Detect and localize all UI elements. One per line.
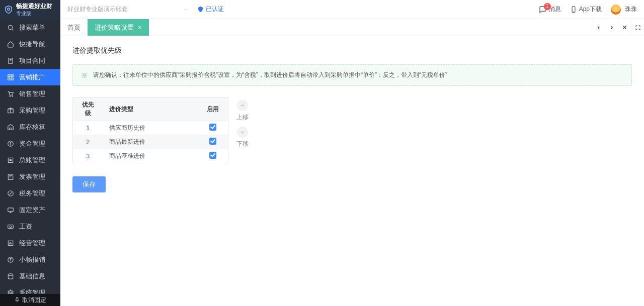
tab-close-all-button[interactable] xyxy=(618,19,631,36)
svg-point-8 xyxy=(12,96,13,96)
enable-checkbox[interactable] xyxy=(209,124,216,131)
move-down-button[interactable] xyxy=(237,127,248,138)
tab-home[interactable]: 首页 xyxy=(60,19,88,36)
warehouse-icon xyxy=(7,124,14,131)
cert-label: 已认证 xyxy=(206,5,224,14)
sidebar-pin-label: 取消固定 xyxy=(22,296,46,304)
priority-table: 优先级 进价类型 启用 1 供应商历史价 2 商品最新进价 3 xyxy=(72,97,228,163)
sidebar-item-search[interactable]: 搜索菜单 xyxy=(0,19,60,36)
app-download-label: App下载 xyxy=(579,5,602,14)
coin-icon xyxy=(7,140,14,147)
pin-icon xyxy=(14,297,20,303)
doc-icon xyxy=(7,57,14,64)
svg-point-1 xyxy=(8,25,12,29)
topbar: 好业财专业版演示账套 已认证 消息 1 App下载 珠珠 xyxy=(60,0,644,19)
table-row[interactable]: 1 供应商历史价 xyxy=(73,121,228,135)
page-content: 进价提取优先级 请您确认：往来单位中的供应商“采购报价含税”设置，为“含税”，取… xyxy=(60,36,644,306)
user-name: 珠珠 xyxy=(625,5,637,14)
sidebar-item-label: 系统管理 xyxy=(19,288,45,294)
info-alert: 请您确认：往来单位中的供应商“采购报价含税”设置，为“含税”，取到进价后将自动带… xyxy=(72,64,632,86)
table-row[interactable]: 2 商品最新进价 xyxy=(73,135,228,149)
sidebar-item-label: 经营管理 xyxy=(19,239,45,248)
tax-icon xyxy=(7,190,14,197)
sidebar-item-label: 快捷导航 xyxy=(19,40,45,49)
move-up-button[interactable] xyxy=(237,100,248,111)
chevron-up-icon xyxy=(240,103,245,108)
save-button[interactable]: 保存 xyxy=(72,176,106,192)
svg-point-16 xyxy=(10,226,12,228)
sidebar-item-system[interactable]: 系统管理 xyxy=(0,284,60,294)
sidebar-item-label: 库存核算 xyxy=(19,123,45,132)
tab-next-button[interactable] xyxy=(605,19,618,36)
tab-controls xyxy=(592,19,644,36)
cell-type: 商品最新进价 xyxy=(103,135,198,149)
sidebar-pin-toggle[interactable]: 取消固定 xyxy=(0,294,60,306)
enable-checkbox[interactable] xyxy=(209,152,216,159)
chevron-down-icon xyxy=(240,130,245,135)
sidebar-item-label: 营销推广 xyxy=(19,73,45,82)
close-icon xyxy=(622,25,627,30)
db-icon xyxy=(7,273,14,280)
col-enabled: 启用 xyxy=(198,97,228,121)
sidebar-item-funds[interactable]: 资金管理 xyxy=(0,135,60,152)
shield-icon xyxy=(197,6,204,13)
tab-label: 首页 xyxy=(67,23,80,32)
app-download-button[interactable]: App下载 xyxy=(570,5,602,14)
svg-point-0 xyxy=(8,8,10,11)
tab-prev-button[interactable] xyxy=(592,19,605,36)
sidebar-item-basics[interactable]: 基础信息 xyxy=(0,268,60,284)
sidebar-item-label: 资金管理 xyxy=(19,139,45,148)
cell-type: 供应商历史价 xyxy=(103,121,198,135)
enable-checkbox[interactable] xyxy=(209,138,216,145)
salary-icon xyxy=(7,223,14,230)
messages-count-badge: 1 xyxy=(544,3,551,10)
sidebar-item-marketing[interactable]: 营销推广 xyxy=(0,69,60,85)
sidebar-item-sales[interactable]: 销售管理 xyxy=(0,85,60,102)
cert-badge[interactable]: 已认证 xyxy=(197,5,224,14)
ledger-icon xyxy=(7,157,14,164)
alert-text: 请您确认：往来单位中的供应商“采购报价含税”设置，为“含税”，取到进价后将自动带… xyxy=(93,71,447,79)
move-down-label: 下移 xyxy=(236,140,249,148)
gear-icon xyxy=(7,289,14,294)
cell-priority: 1 xyxy=(73,121,103,135)
asset-icon xyxy=(7,207,14,214)
sidebar-item-tax[interactable]: 税务管理 xyxy=(0,185,60,201)
svg-rect-3 xyxy=(8,74,10,76)
tab-fullscreen-button[interactable] xyxy=(631,19,644,36)
messages-button[interactable]: 消息 1 xyxy=(539,5,561,14)
sidebar-item-label: 发票管理 xyxy=(19,172,45,181)
user-menu[interactable]: 珠珠 xyxy=(611,5,637,15)
sidebar-item-quicknav[interactable]: 快捷导航 xyxy=(0,36,60,52)
search-icon xyxy=(7,24,14,31)
sidebar-item-purchase[interactable]: 采购管理 xyxy=(0,102,60,119)
chevron-left-icon xyxy=(596,25,601,30)
sidebar-item-assets[interactable]: 固定资产 xyxy=(0,201,60,218)
account-name: 好业财专业版演示账套 xyxy=(67,5,128,14)
tab-close-button[interactable]: × xyxy=(138,24,142,31)
brand-name: 畅捷通好业财 xyxy=(16,3,52,10)
col-type: 进价类型 xyxy=(103,97,198,121)
sidebar-item-inventory[interactable]: 库存核算 xyxy=(0,119,60,135)
svg-rect-6 xyxy=(11,78,13,80)
svg-point-20 xyxy=(10,292,12,294)
info-icon xyxy=(81,72,88,79)
sidebar-item-ledger[interactable]: 总账管理 xyxy=(0,152,60,168)
sidebar-item-salary[interactable]: 工资 xyxy=(0,218,60,235)
sidebar-item-reimburse[interactable]: 小畅报销 xyxy=(0,251,60,268)
account-selector[interactable]: 好业财专业版演示账套 xyxy=(67,5,188,14)
chevron-right-icon xyxy=(609,25,614,30)
sidebar-item-label: 基础信息 xyxy=(19,272,45,281)
sidebar-item-project[interactable]: 项目合同 xyxy=(0,52,60,69)
phone-icon xyxy=(570,6,577,13)
expand-icon xyxy=(635,25,641,31)
row-reorder-controls: 上移 下移 xyxy=(236,97,249,148)
table-row[interactable]: 3 商品基准进价 xyxy=(73,149,228,163)
svg-rect-15 xyxy=(8,225,14,228)
sidebar-item-label: 固定资产 xyxy=(19,206,45,215)
cell-priority: 2 xyxy=(73,135,103,149)
home-icon xyxy=(7,41,14,48)
sidebar-item-operation[interactable]: 经营管理 xyxy=(0,235,60,251)
tab-price-strategy[interactable]: 进价策略设置 × xyxy=(88,19,149,36)
tab-bar: 首页 进价策略设置 × xyxy=(60,19,644,36)
sidebar-item-invoice[interactable]: 发票管理 xyxy=(0,168,60,185)
